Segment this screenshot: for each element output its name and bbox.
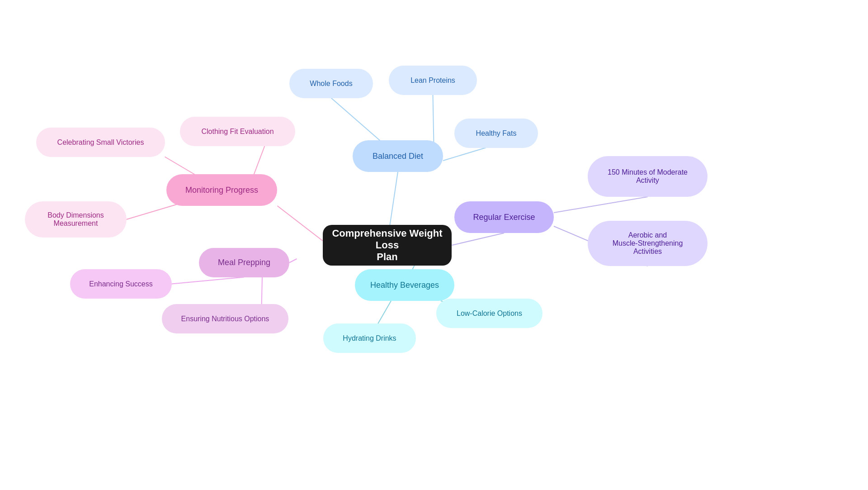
regular-exercise-node[interactable]: Regular Exercise: [454, 201, 554, 233]
body-dimensions-node[interactable]: Body Dimensions Measurement: [25, 201, 127, 238]
monitoring-progress-label: Monitoring Progress: [185, 186, 258, 195]
healthy-beverages-node[interactable]: Healthy Beverages: [355, 269, 454, 301]
svg-line-4: [452, 233, 505, 245]
meal-prepping-label: Meal Prepping: [218, 258, 270, 267]
svg-line-5: [554, 197, 648, 213]
svg-line-14: [289, 259, 297, 263]
healthy-beverages-label: Healthy Beverages: [370, 281, 439, 290]
body-dimensions-label: Body Dimensions Measurement: [47, 211, 104, 228]
svg-line-15: [172, 277, 245, 284]
celebrating-node[interactable]: Celebrating Small Victories: [36, 128, 165, 157]
lean-proteins-node[interactable]: Lean Proteins: [389, 66, 477, 95]
enhancing-success-node[interactable]: Enhancing Success: [70, 269, 172, 299]
center-label: Comprehensive Weight Loss Plan: [332, 228, 443, 263]
low-calorie-node[interactable]: Low-Calorie Options: [436, 299, 542, 328]
balanced-diet-label: Balanced Diet: [373, 152, 423, 161]
center-node[interactable]: Comprehensive Weight Loss Plan: [323, 225, 452, 266]
ensuring-nutritious-label: Ensuring Nutritious Options: [181, 315, 269, 323]
low-calorie-label: Low-Calorie Options: [457, 309, 522, 318]
celebrating-label: Celebrating Small Victories: [57, 138, 144, 147]
clothing-fit-node[interactable]: Clothing Fit Evaluation: [180, 117, 295, 146]
clothing-fit-label: Clothing Fit Evaluation: [201, 128, 274, 136]
monitoring-progress-node[interactable]: Monitoring Progress: [166, 174, 277, 206]
hydrating-drinks-node[interactable]: Hydrating Drinks: [323, 323, 416, 353]
balanced-diet-node[interactable]: Balanced Diet: [353, 140, 443, 172]
lean-proteins-label: Lean Proteins: [410, 76, 455, 85]
whole-foods-node[interactable]: Whole Foods: [289, 69, 373, 98]
svg-line-10: [278, 206, 323, 241]
regular-exercise-label: Regular Exercise: [473, 213, 535, 222]
ensuring-nutritious-node[interactable]: Ensuring Nutritious Options: [162, 304, 288, 333]
aerobic-label: Aerobic and Muscle-Strengthening Activit…: [613, 231, 683, 256]
healthy-fats-label: Healthy Fats: [476, 129, 517, 138]
moderate-activity-node[interactable]: 150 Minutes of Moderate Activity: [588, 156, 708, 197]
healthy-fats-node[interactable]: Healthy Fats: [454, 119, 538, 148]
hydrating-drinks-label: Hydrating Drinks: [343, 334, 396, 343]
meal-prepping-node[interactable]: Meal Prepping: [199, 248, 289, 277]
whole-foods-label: Whole Foods: [310, 80, 352, 88]
enhancing-success-label: Enhancing Success: [89, 280, 153, 288]
aerobic-node[interactable]: Aerobic and Muscle-Strengthening Activit…: [588, 221, 708, 266]
moderate-activity-label: 150 Minutes of Moderate Activity: [597, 168, 698, 185]
